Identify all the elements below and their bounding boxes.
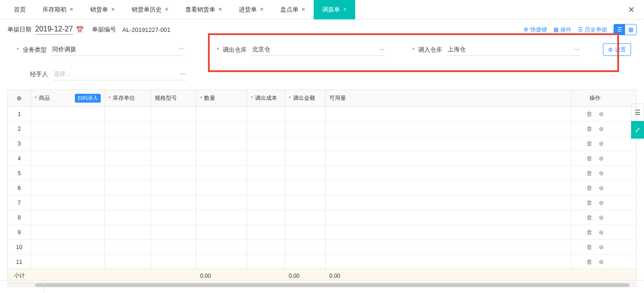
cell-amount[interactable]: [285, 181, 326, 195]
table-row[interactable]: 2 🗑 ⊕: [8, 122, 636, 136]
calendar-icon[interactable]: 📅: [76, 26, 84, 33]
cell-qty[interactable]: [196, 107, 247, 121]
list-view-button[interactable]: ☰: [614, 24, 625, 35]
delete-icon[interactable]: 🗑: [586, 229, 592, 236]
cell-product[interactable]: [31, 240, 105, 254]
table-row[interactable]: 1 🗑 ⊕: [8, 107, 636, 122]
cell-unit[interactable]: [105, 181, 151, 195]
cell-amount[interactable]: [285, 195, 326, 210]
cell-cost[interactable]: [247, 107, 285, 121]
close-icon[interactable]: ✕: [69, 6, 73, 12]
cell-qty[interactable]: [196, 240, 247, 254]
cell-cost[interactable]: [247, 210, 285, 225]
handler-select[interactable]: 选择... ⋯: [53, 68, 187, 80]
cell-product[interactable]: [31, 136, 105, 151]
tab-home[interactable]: 首页: [6, 0, 34, 19]
cell-amount[interactable]: [285, 107, 326, 121]
cell-spec[interactable]: [151, 225, 196, 239]
cell-qty[interactable]: [196, 225, 247, 239]
cell-spec[interactable]: [151, 195, 196, 210]
cell-qty[interactable]: [196, 151, 247, 165]
close-icon[interactable]: ✕: [218, 6, 222, 12]
cell-avail[interactable]: [326, 240, 571, 254]
cell-avail[interactable]: [326, 166, 571, 180]
cell-spec[interactable]: [151, 107, 196, 121]
gear-header[interactable]: ⚙: [8, 90, 31, 106]
close-icon[interactable]: ✕: [260, 6, 264, 12]
cell-cost[interactable]: [247, 122, 285, 136]
table-row[interactable]: 10 🗑 ⊕: [8, 240, 636, 255]
cell-amount[interactable]: [285, 151, 326, 165]
cell-avail[interactable]: [326, 210, 571, 225]
cell-avail[interactable]: [326, 151, 571, 165]
cell-spec[interactable]: [151, 166, 196, 180]
cell-product[interactable]: [31, 255, 105, 269]
cell-product[interactable]: [31, 166, 105, 180]
add-icon[interactable]: ⊕: [599, 214, 604, 221]
cell-unit[interactable]: [105, 107, 151, 121]
cell-unit[interactable]: [105, 195, 151, 210]
operate-link[interactable]: ▦操作: [553, 26, 571, 34]
settings-button[interactable]: ⚙设置: [603, 43, 631, 56]
cell-cost[interactable]: [247, 166, 285, 180]
cell-amount[interactable]: [285, 166, 326, 180]
cell-avail[interactable]: [326, 136, 571, 151]
cell-amount[interactable]: [285, 255, 326, 269]
add-icon[interactable]: ⊕: [599, 110, 604, 117]
cell-qty[interactable]: [196, 166, 247, 180]
cell-product[interactable]: [31, 122, 105, 136]
table-row[interactable]: 3 🗑 ⊕: [8, 136, 636, 151]
cell-product[interactable]: [31, 210, 105, 225]
cell-qty[interactable]: [196, 181, 247, 195]
table-row[interactable]: 7 🗑 ⊕: [8, 195, 636, 210]
cell-unit[interactable]: [105, 240, 151, 254]
cell-unit[interactable]: [105, 166, 151, 180]
cell-product[interactable]: [31, 151, 105, 165]
shortcut-link[interactable]: ⚙快捷键: [523, 26, 547, 34]
close-icon[interactable]: ✕: [343, 6, 347, 12]
cell-qty[interactable]: [196, 195, 247, 210]
delete-icon[interactable]: 🗑: [586, 140, 592, 147]
delete-icon[interactable]: 🗑: [586, 110, 592, 117]
expand-tool-button[interactable]: ⤢: [631, 121, 644, 139]
cell-qty[interactable]: [196, 255, 247, 269]
add-icon[interactable]: ⊕: [599, 140, 604, 147]
cell-product[interactable]: [31, 107, 105, 121]
close-all-icon[interactable]: ✕: [624, 5, 638, 15]
cell-avail[interactable]: [326, 122, 571, 136]
cell-cost[interactable]: [247, 136, 285, 151]
table-row[interactable]: 11 🗑 ⊕: [8, 255, 636, 269]
table-row[interactable]: 9 🗑 ⊕: [8, 225, 636, 240]
cell-spec[interactable]: [151, 210, 196, 225]
delete-icon[interactable]: 🗑: [586, 214, 592, 221]
cell-amount[interactable]: [285, 240, 326, 254]
cell-unit[interactable]: [105, 136, 151, 151]
cell-cost[interactable]: [247, 240, 285, 254]
cell-amount[interactable]: [285, 122, 326, 136]
cell-cost[interactable]: [247, 255, 285, 269]
table-row[interactable]: 6 🗑 ⊕: [8, 181, 636, 195]
delete-icon[interactable]: 🗑: [586, 258, 592, 265]
cell-cost[interactable]: [247, 225, 285, 239]
add-icon[interactable]: ⊕: [599, 258, 604, 265]
cell-qty[interactable]: [196, 122, 247, 136]
cell-avail[interactable]: [326, 255, 571, 269]
history-link[interactable]: ☰历史单据: [578, 26, 607, 34]
cell-qty[interactable]: [196, 136, 247, 151]
delete-icon[interactable]: 🗑: [586, 155, 592, 162]
cell-spec[interactable]: [151, 181, 196, 195]
cell-avail[interactable]: [326, 225, 571, 239]
add-icon[interactable]: ⊕: [599, 125, 604, 132]
table-row[interactable]: 8 🗑 ⊕: [8, 210, 636, 225]
cell-product[interactable]: [31, 181, 105, 195]
close-icon[interactable]: ✕: [111, 6, 115, 12]
cell-product[interactable]: [31, 225, 105, 239]
delete-icon[interactable]: 🗑: [586, 244, 592, 250]
delete-icon[interactable]: 🗑: [586, 125, 592, 132]
scan-button[interactable]: 扫码录入: [75, 94, 101, 103]
add-icon[interactable]: ⊕: [599, 184, 604, 191]
cell-qty[interactable]: [196, 210, 247, 225]
cell-avail[interactable]: [326, 195, 571, 210]
note-tool-button[interactable]: ☰: [631, 104, 644, 121]
cell-product[interactable]: [31, 195, 105, 210]
